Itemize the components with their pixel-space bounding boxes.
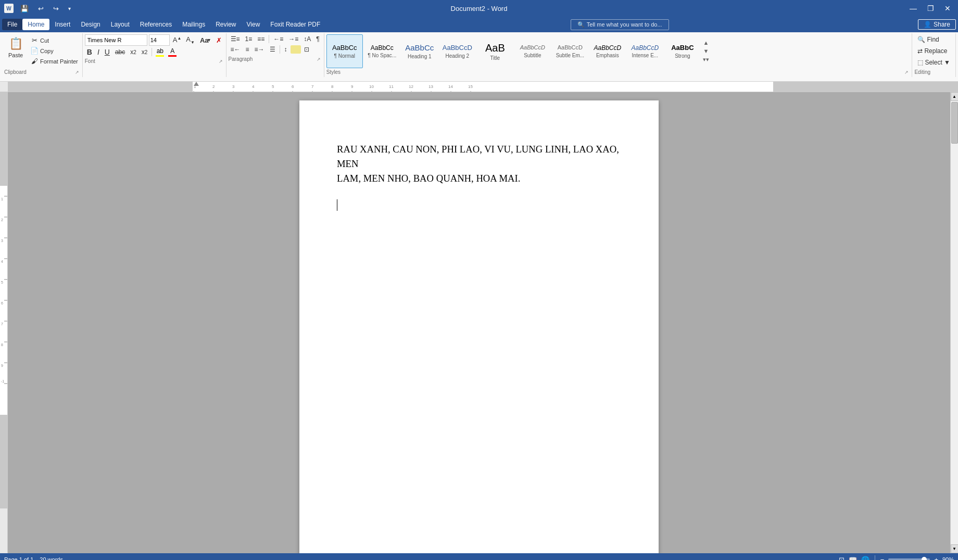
font-expander[interactable]: ↗	[218, 58, 224, 65]
font-group: Times New R 14 A▲ A▼ Aa▾ ✗ B I U abc x2 …	[83, 33, 226, 77]
customize-qat-button[interactable]: ▾	[66, 5, 73, 12]
styles-scroll-down[interactable]: ▼	[702, 47, 710, 55]
share-button[interactable]: 👤 Share	[918, 19, 956, 30]
menu-view[interactable]: View	[242, 19, 266, 30]
zoom-thumb[interactable]	[922, 557, 927, 560]
style-normal[interactable]: AaBbCc ¶ Normal	[326, 34, 363, 68]
minimize-button[interactable]: —	[906, 3, 920, 14]
font-size-select[interactable]: 14	[149, 34, 170, 46]
align-center-button[interactable]: ≡	[244, 45, 251, 54]
paragraph-group: ☰≡ 1≡ ≡≡ ←≡ →≡ ↕A ¶ ≡← ≡ ≡→ ☰ ↕ ⊡ Paragr…	[226, 33, 324, 77]
cut-button[interactable]: ✂ Cut	[28, 35, 80, 45]
web-layout-button[interactable]: 🌐	[861, 556, 869, 561]
highlight-color-button[interactable]: ab	[154, 47, 166, 57]
style-title[interactable]: AaB Title	[477, 34, 513, 68]
line-spacing-button[interactable]: ↕	[282, 45, 289, 54]
menu-insert[interactable]: Insert	[49, 19, 75, 30]
increase-indent-button[interactable]: →≡	[286, 34, 300, 44]
styles-footer: Styles ↗	[326, 68, 910, 76]
restore-button[interactable]: ❐	[924, 3, 937, 14]
styles-scroll-up[interactable]: ▲	[702, 39, 710, 47]
menu-review[interactable]: Review	[210, 19, 241, 30]
bullets-button[interactable]: ☰≡	[229, 34, 242, 44]
document-page[interactable]: RAU XANH, CAU NON, PHI LAO, VI VU, LUNG …	[299, 100, 659, 553]
scroll-up-button[interactable]: ▲	[951, 92, 959, 101]
menu-layout[interactable]: Layout	[106, 19, 135, 30]
svg-text:4: 4	[252, 84, 255, 89]
bold-button[interactable]: B	[85, 47, 94, 57]
print-layout-button[interactable]: ⊡	[839, 556, 844, 561]
strikethrough-button[interactable]: abc	[113, 47, 127, 57]
font-color-indicator	[168, 55, 177, 57]
font-name-select[interactable]: Times New R	[85, 34, 147, 46]
zoom-in-button[interactable]: +	[934, 556, 938, 561]
sort-button[interactable]: ↕A	[301, 34, 313, 44]
style-strong[interactable]: AaBbC Strong	[664, 34, 701, 68]
copy-button[interactable]: 📄 Copy	[28, 46, 80, 56]
redo-button[interactable]: ↪	[51, 4, 61, 14]
scroll-down-button[interactable]: ▼	[951, 544, 959, 553]
numbering-button[interactable]: 1≡	[243, 34, 255, 44]
shading-button[interactable]	[291, 45, 301, 54]
multilevel-list-button[interactable]: ≡≡	[255, 34, 267, 44]
menu-foxit[interactable]: Foxit Reader PDF	[265, 19, 325, 30]
svg-text:5: 5	[1, 281, 3, 284]
editing-label: Editing	[914, 69, 930, 76]
svg-rect-30	[0, 92, 8, 186]
style-h1-preview: AaBbCc	[405, 43, 434, 53]
style-nospace[interactable]: AaBbCc ¶ No Spac...	[364, 34, 400, 68]
style-h2-preview: AaBbCcD	[443, 44, 472, 52]
undo-button[interactable]: ↩	[35, 4, 46, 14]
font-size-decrease-button[interactable]: A▼	[184, 35, 196, 45]
style-emphasis[interactable]: AaBbCcD Emphasis	[589, 34, 626, 68]
show-formatting-button[interactable]: ¶	[314, 34, 321, 44]
style-subtitle[interactable]: AaBbCcD Subtitle	[514, 34, 551, 68]
para-footer: Paragraph ↗	[229, 55, 322, 63]
border-button[interactable]: ⊡	[302, 45, 311, 54]
decrease-indent-button[interactable]: ←≡	[271, 34, 285, 44]
menu-design[interactable]: Design	[75, 19, 105, 30]
clear-formatting-button[interactable]: ✗	[214, 35, 224, 45]
subscript-button[interactable]: x2	[128, 47, 138, 57]
clipboard-expander[interactable]: ↗	[74, 69, 80, 75]
style-subtle-em[interactable]: AaBbCcD Subtle Em...	[552, 34, 588, 68]
close-button[interactable]: ✕	[941, 3, 954, 14]
menu-mailings[interactable]: Mailings	[177, 19, 210, 30]
style-strong-preview: AaBbC	[671, 44, 694, 52]
change-case-button[interactable]: Aa▾	[198, 35, 212, 45]
align-right-button[interactable]: ≡→	[253, 45, 267, 54]
find-button[interactable]: 🔍 Find	[914, 34, 953, 45]
menu-references[interactable]: References	[135, 19, 177, 30]
styles-expander[interactable]: ↗	[903, 69, 910, 75]
underline-button[interactable]: U	[103, 47, 112, 57]
justify-button[interactable]: ☰	[268, 45, 278, 54]
menu-home[interactable]: Home	[22, 19, 49, 30]
svg-text:4: 4	[1, 260, 3, 263]
style-heading2[interactable]: AaBbCcD Heading 2	[439, 34, 476, 68]
menu-bar: File Home Insert Design Layout Reference…	[0, 17, 958, 32]
word-count: 20 words	[40, 556, 63, 560]
zoom-out-button[interactable]: −	[880, 556, 885, 561]
superscript-button[interactable]: x2	[140, 47, 150, 57]
document-area[interactable]: RAU XANH, CAU NON, PHI LAO, VI VU, LUNG …	[8, 92, 950, 553]
font-color-button[interactable]: A	[167, 47, 178, 57]
save-button[interactable]: 💾	[18, 4, 31, 14]
align-left-button[interactable]: ≡←	[229, 45, 243, 54]
para-expander[interactable]: ↗	[316, 56, 322, 62]
font-size-increase-button[interactable]: A▲	[171, 35, 183, 44]
italic-button[interactable]: I	[95, 47, 102, 57]
menu-file[interactable]: File	[2, 19, 22, 30]
read-mode-button[interactable]: 📖	[849, 556, 857, 561]
style-intense-em[interactable]: AaBbCcD Intense E...	[627, 34, 663, 68]
styles-expand[interactable]: ▾▾	[702, 55, 710, 64]
format-painter-button[interactable]: 🖌 Format Painter	[28, 56, 80, 66]
document-content[interactable]: RAU XANH, CAU NON, PHI LAO, VI VU, LUNG …	[337, 142, 621, 213]
replace-button[interactable]: ⇄ Replace	[914, 46, 953, 56]
ruler-corner	[0, 82, 8, 92]
indent-marker	[194, 82, 199, 86]
tell-me-button[interactable]: 🔍 Tell me what you want to do...	[571, 19, 669, 30]
scrollbar-thumb[interactable]	[951, 102, 958, 144]
select-button[interactable]: ⬚ Select ▼	[914, 57, 953, 68]
paste-button[interactable]: 📋 Paste	[4, 34, 27, 59]
style-heading1[interactable]: AaBbCc Heading 1	[401, 34, 438, 68]
